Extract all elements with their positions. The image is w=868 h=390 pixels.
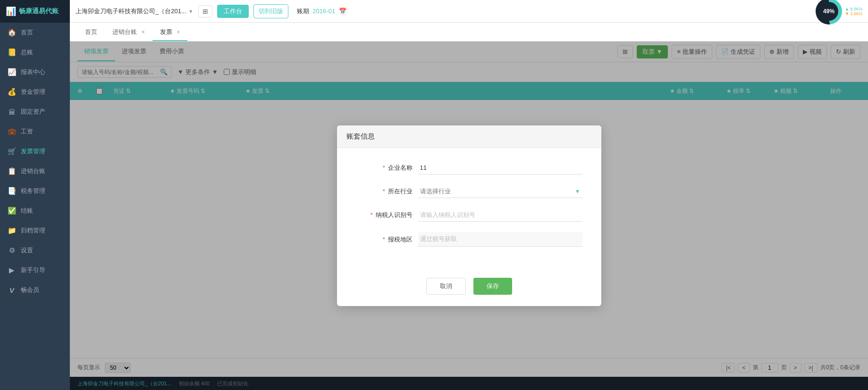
ledger-icon: 📒: [8, 48, 16, 57]
sidebar-item-label: 总账: [21, 48, 33, 57]
tax-region-display: 通过税号获取: [418, 232, 582, 247]
sidebar-item-label: 报表中心: [21, 68, 45, 76]
app-logo: 📊 畅康通易代账: [0, 0, 70, 23]
tax-id-input[interactable]: [418, 208, 582, 222]
main-area: 上海卯金刀电子科技有限公司_（台201... ▼ ⊞ 工作台 切到旧版 账期 2…: [70, 0, 868, 390]
company-name-input[interactable]: [418, 161, 582, 174]
guide-icon: ▶: [8, 266, 16, 274]
sidebar-nav: 🏠 首页 📒 总账 📈 报表中心 💰 资金管理 🏛 固定资产 💼 工资 🛒 发票…: [0, 23, 70, 390]
sidebar-item-assets[interactable]: 🏛 固定资产: [0, 102, 70, 122]
sidebar-item-label: 进销台账: [21, 167, 45, 175]
tax-id-label: * 纳税人识别号: [356, 211, 413, 219]
copy-icon-button[interactable]: ⊞: [198, 5, 212, 17]
report-icon: 📈: [8, 68, 16, 76]
breadcrumb-tab-home[interactable]: 首页: [77, 24, 105, 41]
company-chevron-icon: ▼: [188, 8, 194, 14]
speed-percent: 49%: [823, 8, 834, 15]
sidebar-item-settings[interactable]: ⚙ 设置: [0, 241, 70, 260]
speed-circle: 49%: [816, 0, 842, 25]
topbar: 上海卯金刀电子科技有限公司_（台201... ▼ ⊞ 工作台 切到旧版 账期 2…: [70, 0, 868, 23]
settle-icon: ✅: [8, 207, 16, 215]
dialog-body: * 企业名称 * 所在行业 ▼: [337, 148, 601, 270]
download-speed: ▼ 2.6K/s: [845, 11, 862, 16]
logo-icon: 📊: [6, 6, 16, 17]
tax-id-row: * 纳税人识别号: [356, 208, 582, 222]
sidebar-item-tax[interactable]: 📑 税务管理: [0, 181, 70, 201]
workbench-button[interactable]: 工作台: [217, 5, 249, 18]
content-area: 销项发票 进项发票 费用小票 ⊞ 取票 ▼ ≡ 批量操作: [70, 41, 868, 390]
save-button[interactable]: 保存: [473, 278, 512, 295]
company-selector[interactable]: 上海卯金刀电子科技有限公司_（台201... ▼: [76, 7, 194, 16]
sidebar-item-purchase[interactable]: 📋 进销台账: [0, 161, 70, 181]
sidebar-item-ledger[interactable]: 📒 总账: [0, 42, 70, 62]
logo-text: 畅康通易代账: [19, 7, 59, 16]
calendar-icon: 📅: [339, 8, 346, 15]
tax-region-label: * 报税地区: [356, 235, 413, 244]
sidebar-item-label: 资金管理: [21, 88, 45, 96]
purchase-icon: 📋: [8, 167, 16, 175]
speed-stats: ▲ 8.5K/s ▼ 2.6K/s: [845, 7, 862, 16]
home-icon: 🏠: [8, 28, 16, 37]
settings-icon: ⚙: [8, 246, 16, 255]
sidebar-item-home[interactable]: 🏠 首页: [0, 23, 70, 42]
member-icon: V: [8, 286, 16, 294]
tax-icon: 📑: [8, 187, 16, 195]
period-label: 账期 2016-01 📅: [297, 7, 346, 16]
sidebar-item-funds[interactable]: 💰 资金管理: [0, 82, 70, 102]
sidebar-item-guide[interactable]: ▶ 新手引导: [0, 260, 70, 280]
sidebar-item-label: 结账: [21, 207, 33, 215]
upload-speed: ▲ 8.5K/s: [845, 7, 862, 11]
cancel-button[interactable]: 取消: [426, 278, 466, 295]
switch-old-button[interactable]: 切到旧版: [253, 4, 288, 18]
breadcrumb-tab-purchase[interactable]: 进销台账 ×: [105, 24, 152, 41]
dialog-title: 账套信息: [337, 125, 601, 148]
company-name-row: * 企业名称: [356, 161, 582, 174]
sidebar-item-salary[interactable]: 💼 工资: [0, 122, 70, 141]
dialog-footer: 取消 保存: [337, 270, 601, 306]
dialog-overlay: 账套信息 * 企业名称 * 所在行业: [70, 41, 868, 390]
assets-icon: 🏛: [8, 108, 16, 116]
industry-input[interactable]: [420, 188, 575, 195]
funds-icon: 💰: [8, 88, 16, 96]
close-invoice-tab-icon[interactable]: ×: [177, 29, 180, 35]
account-info-dialog: 账套信息 * 企业名称 * 所在行业: [337, 125, 601, 306]
invoice-icon: 🛒: [8, 147, 16, 156]
sidebar-item-invoice[interactable]: 🛒 发票管理: [0, 141, 70, 161]
sidebar-item-label: 税务管理: [21, 187, 45, 195]
industry-chevron-icon: ▼: [575, 188, 581, 195]
sidebar-item-label: 首页: [21, 28, 33, 37]
sidebar-item-label: 设置: [21, 246, 33, 255]
sidebar-item-archive[interactable]: 📁 归档管理: [0, 221, 70, 241]
sidebar-item-label: 归档管理: [21, 226, 45, 235]
sidebar-item-label: 发票管理: [21, 147, 45, 156]
sidebar-item-label: 新手引导: [21, 266, 45, 274]
sidebar-item-member[interactable]: V 畅会员: [0, 280, 70, 300]
company-name-label: * 企业名称: [356, 164, 413, 172]
close-purchase-tab-icon[interactable]: ×: [142, 29, 145, 35]
sidebar-item-label: 工资: [21, 127, 33, 136]
salary-icon: 💼: [8, 127, 16, 136]
archive-icon: 📁: [8, 226, 16, 235]
tax-region-row: * 报税地区 通过税号获取: [356, 232, 582, 247]
network-widget: 49% ▲ 8.5K/s ▼ 2.6K/s: [816, 0, 862, 25]
company-name: 上海卯金刀电子科技有限公司_（台201...: [76, 7, 186, 16]
industry-row: * 所在行业 ▼: [356, 185, 582, 198]
sidebar-item-settle[interactable]: ✅ 结账: [0, 201, 70, 221]
breadcrumb-tab-invoice[interactable]: 发票 ×: [152, 24, 188, 41]
sidebar-item-report[interactable]: 📈 报表中心: [0, 62, 70, 82]
sidebar: 📊 畅康通易代账 🏠 首页 📒 总账 📈 报表中心 💰 资金管理 🏛 固定资产 …: [0, 0, 70, 390]
industry-select-wrap[interactable]: ▼: [418, 185, 582, 198]
sidebar-item-label: 畅会员: [21, 286, 39, 294]
industry-label: * 所在行业: [356, 187, 413, 196]
breadcrumb-bar: 首页 进销台账 × 发票 ×: [70, 23, 868, 41]
sidebar-item-label: 固定资产: [21, 108, 45, 116]
